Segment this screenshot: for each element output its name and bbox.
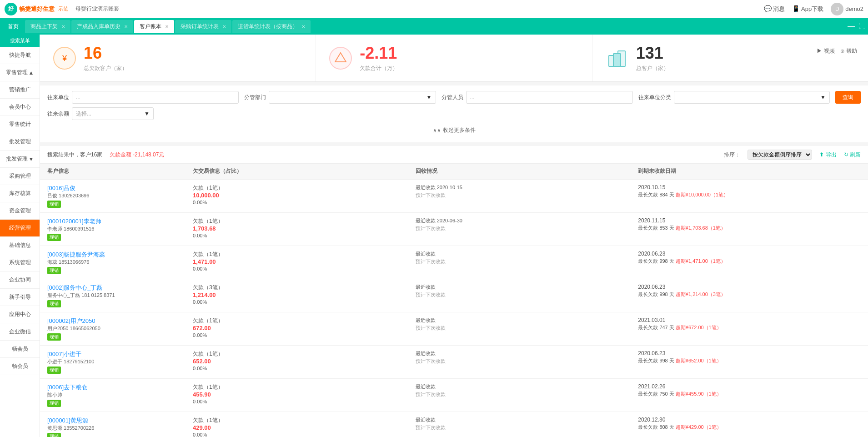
customer-name[interactable]: [0003]畅捷服务尹海蕊 — [47, 251, 193, 259]
overdue-link[interactable]: 超期¥1,703.68（1笔） — [676, 225, 726, 231]
sidebar-item-wholesale[interactable]: 批发管理 ▼ — [0, 151, 40, 168]
debt-amount[interactable]: 429.00 — [193, 424, 416, 431]
customer-name[interactable]: [0002]服务中心_丁磊 — [47, 284, 193, 292]
debt-amount[interactable]: 455.90 — [193, 391, 416, 398]
tab-instock-close[interactable]: ✕ — [124, 24, 128, 29]
tab-products-label: 商品上下架 — [30, 23, 58, 30]
customer-name[interactable]: [0007]小进干 — [47, 350, 193, 358]
debt-amount[interactable]: 652.00 — [193, 358, 416, 365]
result-bar: 搜索结果中，客户16家 欠款金额 -21,148.07元 排序： 按欠款金额倒序… — [40, 146, 868, 164]
debt-ratio: 0.00% — [193, 366, 416, 371]
overdue-link[interactable]: 超期¥652.00（1笔） — [676, 358, 722, 363]
logo: 好 畅捷通好生意 — [5, 3, 55, 15]
debt-amount[interactable]: 1,214.00 — [193, 291, 416, 298]
balance-select[interactable]: 选择... ▼ — [72, 107, 154, 120]
overdue-cell: 2021.02.26 最长欠款 750 天 超期¥455.90（1笔） — [638, 383, 861, 397]
overdue-link[interactable]: 超期¥455.90（1笔） — [676, 391, 722, 397]
dept-select[interactable]: ▼ — [269, 91, 436, 104]
overdue-link[interactable]: 超期¥1,214.00（3笔） — [676, 291, 726, 297]
export-btn[interactable]: ⬆ 导出 — [819, 151, 836, 159]
tab-inbound-stats[interactable]: 进货单统计表（按商品） ✕ — [232, 20, 311, 33]
sidebar-item-retail-mgmt[interactable]: 零售管理 ▲ — [0, 64, 40, 81]
customer-info-cell: [000001]黄思源 黄思源 13552700226 现销 — [47, 417, 193, 437]
tab-expand-btn[interactable]: ⛶ — [858, 22, 866, 30]
sidebar-item-operation[interactable]: 基础信息 — [0, 237, 40, 254]
tab-purchase-order-close[interactable]: ✕ — [222, 24, 226, 29]
sidebar-item-member[interactable]: 零售统计 — [0, 116, 40, 133]
sidebar-item-retail-mall[interactable]: 营销推广 — [0, 81, 40, 99]
tab-instock[interactable]: 产成品入库单历史 ✕ — [71, 20, 133, 33]
stat-icon-debt: ¥ — [51, 45, 78, 72]
sidebar-item-basic[interactable]: 系统管理 — [0, 254, 40, 271]
overdue-link[interactable]: 超期¥10,000.00（1笔） — [676, 192, 728, 197]
collection-cell: 最近收款 预计下次收款 — [416, 383, 638, 398]
next-collect: 预计下次收款 — [416, 258, 638, 265]
customer-name[interactable]: [000001]黄思源 — [47, 417, 193, 425]
sidebar-item-wechat[interactable]: 畅会员 — [0, 341, 40, 358]
sidebar-item-member-pro[interactable]: 畅会员 畅会员 — [0, 358, 40, 375]
debt-amount[interactable]: 1,471.00 — [193, 258, 416, 265]
refresh-btn[interactable]: ↻ 刷新 — [844, 151, 861, 159]
logo-text: 畅捷通好生意 — [19, 5, 55, 13]
debt-amount[interactable]: 672.00 — [193, 325, 416, 332]
category-select[interactable]: ▼ — [674, 91, 830, 104]
app-download-btn[interactable]: 📱 App下载 — [792, 5, 823, 13]
tab-customer-ledger-close[interactable]: ✕ — [165, 24, 169, 29]
from-unit-input[interactable]: ... — [72, 91, 239, 104]
overdue-date: 2020.06.23 — [638, 284, 861, 290]
debt-count: 欠款（1笔） — [193, 184, 416, 192]
customer-tag: 现销 — [47, 267, 61, 274]
tab-home[interactable]: 首页 — [2, 20, 24, 33]
query-button[interactable]: 查询 — [835, 91, 861, 104]
customer-name[interactable]: [0001020001]李老师 — [47, 217, 193, 226]
staff-input[interactable]: ... — [466, 91, 633, 104]
table-row: [0002]服务中心_丁磊 服务中心_丁磊 181 0125 8371 现销 欠… — [40, 279, 868, 312]
sidebar-item-quick-nav[interactable]: 快捷导航 — [0, 47, 40, 64]
tab-purchase-order[interactable]: 采购订单统计表 ✕ — [175, 20, 231, 33]
sidebar-item-apps[interactable]: 企业微信 — [0, 323, 40, 341]
debt-info-cell: 欠款（1笔） 429.00 0.00% — [193, 417, 416, 437]
sidebar-item-guide[interactable]: 应用中心 — [0, 306, 40, 323]
tab-collapse-btn[interactable]: — — [848, 22, 855, 30]
overdue-link[interactable]: 超期¥1,471.00（1笔） — [676, 258, 726, 264]
customer-name[interactable]: [0006]去下粮仓 — [47, 383, 193, 392]
user-avatar[interactable]: D demo2 — [831, 3, 863, 15]
sidebar-search[interactable]: 搜索菜单 — [0, 35, 40, 47]
collapse-btn[interactable]: ∧∧ 收起更多条件 — [47, 124, 861, 137]
sidebar-item-system[interactable]: 企业协同 — [0, 271, 40, 289]
sidebar-item-marketing[interactable]: 会员中心 — [0, 99, 40, 116]
stat-label-debt-total: 欠款合计（万） — [360, 65, 398, 72]
debt-amount[interactable]: 10,000.00 — [193, 192, 416, 199]
customer-name[interactable]: [000002]用户2050 — [47, 317, 193, 325]
store-name[interactable]: 母婴行业演示账套 — [72, 5, 123, 13]
tab-products-close[interactable]: ✕ — [61, 24, 65, 29]
debt-ratio: 0.00% — [193, 432, 416, 437]
overdue-link[interactable]: 超期¥672.00（1笔） — [676, 325, 722, 330]
help-btn[interactable]: ⊙ 帮助 — [840, 47, 857, 55]
category-label: 往来单位分类 — [638, 94, 671, 101]
collection-cell: 最近收款 2020-10-15 预计下次收款 — [416, 184, 638, 199]
logo-icon: 好 — [5, 3, 17, 15]
sidebar-item-retail-stats[interactable]: 批发管理 — [0, 133, 40, 151]
sidebar-item-inventory[interactable]: 资金管理 — [0, 202, 40, 220]
sidebar-item-purchase[interactable]: 库存核算 — [0, 185, 40, 202]
collection-cell: 最近收款 预计下次收款 — [416, 284, 638, 298]
customer-name[interactable]: [0016]吕俊 — [47, 184, 193, 192]
video-btn[interactable]: ▶ 视频 — [817, 47, 834, 55]
debt-amount[interactable]: 1,703.68 — [193, 225, 416, 232]
customer-tag: 现销 — [47, 433, 61, 437]
message-btn[interactable]: 💬 消息 — [764, 5, 785, 13]
tab-products[interactable]: 商品上下架 ✕ — [25, 20, 70, 33]
debt-info-cell: 欠款（3笔） 1,214.00 0.00% — [193, 284, 416, 305]
sidebar-item-ecom[interactable]: 采购管理 — [0, 168, 40, 185]
sidebar-item-finance[interactable]: 经营管理 — [0, 220, 40, 237]
collection-cell: 最近收款 2020-06-30 预计下次收款 — [416, 217, 638, 232]
sidebar-item-enterprise[interactable]: 新手引导 — [0, 289, 40, 306]
stat-info-debt-total: -2.11 欠款合计（万） — [360, 44, 398, 72]
overdue-link[interactable]: 超期¥429.00（1笔） — [676, 424, 722, 430]
stat-card-debt-total: -2.11 欠款合计（万） — [316, 35, 592, 81]
sort-select[interactable]: 按欠款金额倒序排序 — [748, 150, 812, 160]
tab-inbound-stats-close[interactable]: ✕ — [301, 24, 305, 29]
debt-info-cell: 欠款（1笔） 1,703.68 0.00% — [193, 217, 416, 238]
tab-customer-ledger[interactable]: 客户账本 ✕ — [134, 20, 174, 33]
